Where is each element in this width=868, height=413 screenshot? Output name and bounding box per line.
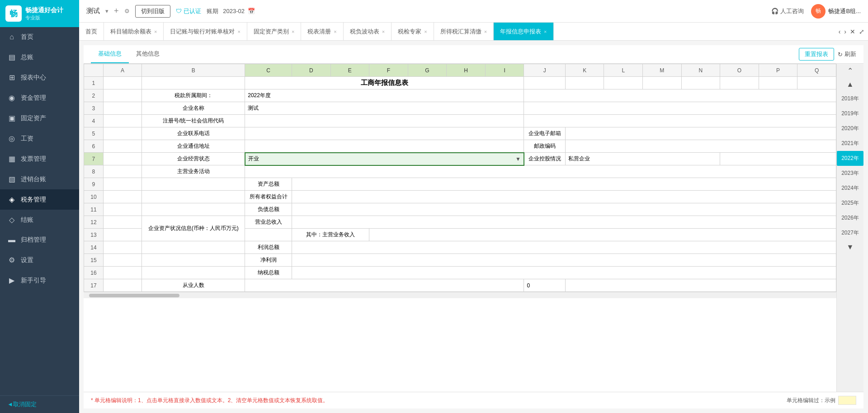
cell-16-d[interactable] <box>292 267 836 279</box>
tab-close-btn[interactable]: × <box>154 29 157 34</box>
sidebar-item-close[interactable]: ◇结账 <box>0 210 79 230</box>
cell-17-c[interactable] <box>245 279 524 292</box>
cell-3-b[interactable]: 企业名称 <box>142 102 245 115</box>
cell-8-c[interactable] <box>245 165 836 178</box>
sidebar-item-tax[interactable]: ◈税务管理 <box>0 189 79 210</box>
year-up-btn[interactable]: ▲ <box>837 78 863 91</box>
cell-1-title[interactable]: 工商年报信息表 <box>245 77 524 89</box>
cell-12-c[interactable]: 营业总收入 <box>245 216 292 229</box>
cell-6-a[interactable] <box>103 140 142 153</box>
switch-version-btn[interactable]: 切到旧版 <box>135 5 170 18</box>
col-header-q[interactable]: Q <box>797 64 836 77</box>
col-header-o[interactable]: O <box>720 64 759 77</box>
cell-6-c[interactable] <box>245 140 524 153</box>
col-header-l[interactable]: L <box>604 64 643 77</box>
col-header-n[interactable]: N <box>681 64 720 77</box>
cell-13-c[interactable] <box>245 229 292 241</box>
year-item[interactable]: 2019年 <box>837 106 863 121</box>
cell-2-c[interactable]: 2022年度 <box>245 89 524 102</box>
cell-16-b[interactable] <box>142 267 245 279</box>
tab-scroll-left-btn[interactable]: ‹ <box>839 28 841 35</box>
cell-14-c[interactable]: 利润总额 <box>245 241 292 254</box>
cell-1-k[interactable] <box>565 77 604 89</box>
col-header-k[interactable]: K <box>565 64 604 77</box>
year-scroll-up-btn[interactable]: ⌃ <box>837 64 863 78</box>
col-header-d[interactable]: D <box>292 64 330 77</box>
topbar-dropdown-icon[interactable]: ▾ <box>105 8 108 14</box>
cell-13-a[interactable] <box>103 229 142 241</box>
cell-7-b[interactable]: 企业经营状态 <box>142 153 245 165</box>
year-item[interactable]: 2021年 <box>837 136 863 151</box>
cell-17-k[interactable] <box>565 279 836 292</box>
cell-1-o[interactable] <box>720 77 759 89</box>
cell-10-c[interactable]: 所有者权益合计 <box>245 191 292 203</box>
cell-9-d[interactable] <box>292 178 836 191</box>
cell-1-a[interactable] <box>103 77 142 89</box>
cell-14-a[interactable] <box>103 241 142 254</box>
cell-1-j[interactable] <box>524 77 565 89</box>
cell-2-b[interactable]: 税款所属期间： <box>142 89 245 102</box>
reset-report-btn[interactable]: 重置报表 <box>799 48 834 61</box>
sidebar-item-archive[interactable]: ▬归档管理 <box>0 230 79 250</box>
tab-tax_expert[interactable]: 税检专家× <box>392 23 434 40</box>
cell-2-j[interactable] <box>524 89 836 102</box>
cell-17-b[interactable]: 从业人数 <box>142 279 245 292</box>
cell-15-b[interactable] <box>142 254 245 267</box>
topbar-add-btn[interactable]: + <box>114 6 119 16</box>
cell-9-b[interactable] <box>142 178 245 191</box>
cell-6-k[interactable] <box>565 140 836 153</box>
cell-10-d[interactable] <box>292 191 836 203</box>
sidebar-item-assets[interactable]: ▣固定资产 <box>0 108 79 128</box>
sidebar-item-payroll[interactable]: ◎工资 <box>0 128 79 149</box>
cell-1-l[interactable] <box>604 77 643 89</box>
cell-1-m[interactable] <box>643 77 682 89</box>
refresh-btn[interactable]: ↻ 刷新 <box>838 50 856 58</box>
tab-annual_report[interactable]: 年报信息申报表× <box>494 23 553 40</box>
dropdown-arrow-icon[interactable]: ▼ <box>515 156 521 162</box>
tab-close-all-btn[interactable]: ✕ <box>850 28 855 35</box>
sidebar-item-report[interactable]: ⊞报表中心 <box>0 67 79 88</box>
col-header-g[interactable]: G <box>408 64 447 77</box>
tab-income_tax[interactable]: 所得税汇算清缴× <box>434 23 494 40</box>
sidebar-item-guide[interactable]: ▶新手引导 <box>0 270 79 291</box>
tab-home[interactable]: 首页 <box>79 23 104 40</box>
tab-journal_bank[interactable]: 日记账与银行对账单核对× <box>164 23 247 40</box>
user-menu[interactable]: 畅 畅捷通B组... <box>811 4 861 19</box>
cell-3-c[interactable]: 测试 <box>245 102 524 115</box>
cell-10-b[interactable] <box>142 191 245 203</box>
cell-4-j[interactable] <box>524 115 836 127</box>
cell-8-a[interactable] <box>103 165 142 178</box>
cell-11-b[interactable] <box>142 203 245 216</box>
col-header-i[interactable]: I <box>485 64 524 77</box>
cell-13-d[interactable]: 其中：主营业务收入 <box>292 229 369 241</box>
business-status-dropdown[interactable]: 开业 ▼ <box>248 155 521 163</box>
year-item[interactable]: 2023年 <box>837 166 863 181</box>
cell-7-j[interactable]: 企业控股情况 <box>524 153 565 165</box>
cell-2-a[interactable] <box>103 89 142 102</box>
col-header-e[interactable]: E <box>330 64 369 77</box>
cell-12-b[interactable]: 企业资产状况信息(币种：人民币万元) <box>142 216 245 241</box>
cell-4-c[interactable] <box>245 115 524 127</box>
sidebar-item-purchase[interactable]: ▧进销台账 <box>0 169 79 189</box>
tab-aux_balance[interactable]: 科目辅助余额表× <box>104 23 164 40</box>
cell-3-a[interactable] <box>103 102 142 115</box>
cell-6-j[interactable]: 邮政编码 <box>524 140 565 153</box>
tab-close-btn[interactable]: × <box>237 29 240 34</box>
tab-close-btn[interactable]: × <box>292 29 294 34</box>
cell-7-c[interactable]: 开业 ▼ <box>245 153 524 165</box>
col-header-m[interactable]: M <box>643 64 682 77</box>
sidebar-item-ledger[interactable]: ▤总账 <box>0 47 79 67</box>
year-item[interactable]: 2026年 <box>837 211 863 225</box>
cell-9-a[interactable] <box>103 178 142 191</box>
cell-7-a[interactable] <box>103 153 142 165</box>
tab-close-btn[interactable]: × <box>544 29 547 34</box>
col-header-h[interactable]: H <box>447 64 486 77</box>
horizontal-scrollbar[interactable] <box>84 292 836 298</box>
cell-1-b[interactable] <box>142 77 245 89</box>
cell-7-k[interactable]: 私营企业 <box>565 153 720 165</box>
cell-12-a[interactable] <box>103 216 142 229</box>
cell-5-c[interactable] <box>245 127 524 140</box>
cell-17-a[interactable] <box>103 279 142 292</box>
col-header-p[interactable]: P <box>759 64 797 77</box>
tab-tax_change[interactable]: 税负波动表× <box>344 23 392 40</box>
